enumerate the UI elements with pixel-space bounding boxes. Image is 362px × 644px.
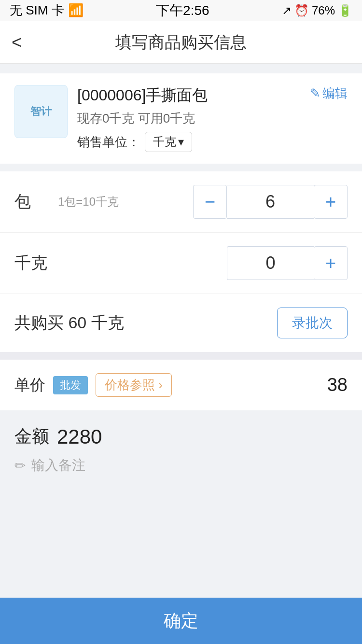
bao-plus-button[interactable]: + <box>314 185 348 219</box>
price-value: 38 <box>327 375 348 395</box>
bao-quantity-input[interactable] <box>227 185 314 219</box>
unit-chevron-icon: ▾ <box>178 135 184 149</box>
product-stock: 现存0千克 可用0千克 <box>77 110 348 127</box>
product-info: [0000006]手撕面包 现存0千克 可用0千克 销售单位： 千克 ▾ <box>77 85 348 152</box>
remark-row[interactable]: ✏ 输入备注 <box>14 456 348 475</box>
header: < 填写商品购买信息 <box>0 21 362 64</box>
status-bar: 无 SIM 卡 📶 下午2:56 ↗ ⏰ 76% 🔋 <box>0 0 362 21</box>
edit-icon: ✎ <box>310 86 320 101</box>
section-divider <box>0 352 362 360</box>
batch-button[interactable]: 录批次 <box>277 308 348 338</box>
unit-label: 销售单位： <box>77 134 140 151</box>
price-row: 单价 批发 价格参照 › 38 <box>14 373 348 397</box>
remark-pencil-icon: ✏ <box>14 458 26 474</box>
page-title: 填写商品购买信息 <box>115 31 247 54</box>
quantity-section: 包 1包=10千克 − + 千克 + <box>0 171 362 294</box>
status-time: 下午2:56 <box>156 1 209 20</box>
product-unit-row: 销售单位： 千克 ▾ <box>77 132 348 152</box>
kg-label: 千克 <box>14 252 53 274</box>
edit-button[interactable]: ✎ 编辑 <box>310 85 348 102</box>
carrier-label: 无 SIM 卡 <box>10 2 64 19</box>
price-badge: 批发 <box>53 376 88 394</box>
bao-quantity-control: − + <box>193 185 348 219</box>
remark-label: 输入备注 <box>31 456 85 475</box>
status-right: ↗ ⏰ 76% 🔋 <box>282 4 352 17</box>
price-reference-button[interactable]: 价格参照 › <box>96 373 172 397</box>
back-button[interactable]: < <box>12 32 22 53</box>
product-logo: 智计 <box>30 104 52 119</box>
amount-label: 金额 <box>14 425 49 448</box>
product-code-name: [0000006]手撕面包 <box>77 85 348 106</box>
product-thumbnail: 智计 <box>14 85 68 138</box>
product-card: 智计 [0000006]手撕面包 现存0千克 可用0千克 销售单位： 千克 ▾ … <box>0 73 362 164</box>
alarm-icon: ⏰ <box>294 4 309 17</box>
confirm-button[interactable]: 确定 <box>0 598 362 644</box>
bao-hint: 1包=10千克 <box>58 194 193 210</box>
kg-quantity-row: 千克 + <box>0 233 362 294</box>
amount-row: 金额 2280 <box>14 425 348 448</box>
battery-icon: 🔋 <box>338 4 352 17</box>
kg-plus-button[interactable]: + <box>314 246 348 280</box>
total-row: 共购买 60 千克 录批次 <box>0 294 362 352</box>
unit-value: 千克 <box>153 134 176 150</box>
status-carrier: 无 SIM 卡 📶 <box>10 2 84 19</box>
bao-quantity-row: 包 1包=10千克 − + <box>0 171 362 233</box>
location-icon: ↗ <box>282 4 292 17</box>
total-label: 共购买 60 千克 <box>14 312 124 334</box>
amount-value: 2280 <box>57 425 102 448</box>
bao-label: 包 <box>14 191 53 213</box>
kg-quantity-control: + <box>227 246 348 280</box>
bao-minus-button[interactable]: − <box>193 185 227 219</box>
edit-label: 编辑 <box>322 85 348 102</box>
wifi-icon: 📶 <box>68 3 84 18</box>
kg-quantity-input[interactable] <box>227 246 314 280</box>
battery-label: 76% <box>312 4 335 17</box>
price-label: 单价 <box>14 375 45 396</box>
amount-section: 金额 2280 ✏ 输入备注 <box>0 410 362 482</box>
unit-select[interactable]: 千克 ▾ <box>145 132 192 152</box>
price-section: 单价 批发 价格参照 › 38 <box>0 360 362 410</box>
